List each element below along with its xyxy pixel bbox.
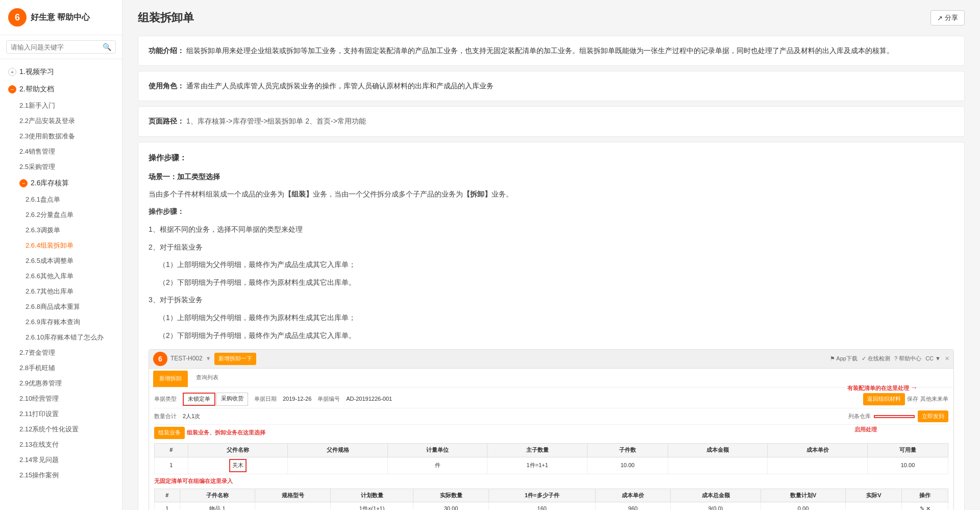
ss-col-cost: 成本金额 xyxy=(668,444,768,457)
table-row: 1 物品 1 1件×(1+1) 30.00 160 960 9(0,0) 0.0… xyxy=(155,502,948,510)
ss-type-tab1[interactable]: 未锁定单 xyxy=(183,393,215,406)
step3: 3、对于拆装业务 xyxy=(149,293,954,307)
ss-no-label: 单据编号 xyxy=(317,394,340,404)
sidebar-item-stockcheck[interactable]: 2.6.9库存账本查询 xyxy=(0,314,122,330)
sidebar-item-mobile[interactable]: 2.8手机旺辅 xyxy=(0,360,122,376)
role-card: 使用角色： 通常由生产人员或库管人员完成拆装业务的操作，库管人员确认原材料的出库… xyxy=(138,71,965,101)
sidebar-item-assembly[interactable]: 2.6.4组装拆卸单 xyxy=(0,238,122,253)
ss-help-label: ? 帮助中心 xyxy=(894,354,921,364)
search-box[interactable]: 🔍 xyxy=(6,40,116,54)
ss-date-label: 单据日期 xyxy=(254,394,277,404)
operations-card: 操作步骤： 场景一：加工类型选择 当由多个子件材料组装成一个成品的业务为【组装】… xyxy=(138,142,965,510)
arrow-right: → xyxy=(911,383,918,392)
ss-lower-table: # 子件名称 规格型号 计划数量 实际数量 1件=多少子件 成本单价 成本总金额… xyxy=(154,489,948,510)
expand-icon-video: + xyxy=(8,68,16,76)
sidebar-item-stocktake[interactable]: 2.6.1盘点单 xyxy=(0,192,122,207)
ss-type-tab2[interactable]: 采购收货 xyxy=(216,393,248,406)
ss-qty-value: 2人1次 xyxy=(183,411,200,422)
step2: 2、对于组装业务 xyxy=(149,240,954,254)
ss-subtitle: ▼ xyxy=(206,354,211,364)
sidebar-item-partial[interactable]: 2.6.2分量盘点单 xyxy=(0,207,122,223)
ss-retbtn[interactable]: 返回组织材料 xyxy=(863,393,905,405)
ss-parent-name[interactable]: 关木 xyxy=(229,459,247,472)
sidebar-item-docs[interactable]: − 2.帮助文档 xyxy=(0,81,122,98)
sidebar-item-coupon[interactable]: 2.9优惠券管理 xyxy=(0,376,122,391)
sidebar-item-prepare[interactable]: 2.3使用前数据准备 xyxy=(0,129,122,144)
sidebar-item-payment[interactable]: 2.13在线支付 xyxy=(0,437,122,452)
sidebar-item-customize[interactable]: 2.12系统个性化设置 xyxy=(0,422,122,437)
sidebar-item-finance[interactable]: 2.7资金管理 xyxy=(0,345,122,360)
share-label: 分享 xyxy=(945,13,958,22)
step2-sub2: （2）下部明细为子件明细，最终作为原材料生成其它出库单。 xyxy=(159,276,954,289)
ss-warehouse-label: 列条仓库 xyxy=(848,411,871,422)
ss-type-orange[interactable]: 组装业务 xyxy=(154,427,185,439)
ss-tab-inactive[interactable]: 查询列表 xyxy=(190,370,225,386)
ss-no-value: AD-20191226-001 xyxy=(346,394,392,404)
ss-close-icon[interactable]: ✕ xyxy=(945,354,949,364)
ss-newbtn[interactable]: 新增拆卸一下 xyxy=(214,353,256,365)
sidebar-label-docs: 2.帮助文档 xyxy=(19,85,54,94)
sidebar-item-purchase[interactable]: 2.5采购管理 xyxy=(0,159,122,175)
step3-sub1: （1）上部明细为父件明细，最终作为原材料生成其它出库单； xyxy=(159,311,954,325)
annotation-1: 有装配清单的在这里处理 → xyxy=(847,381,918,394)
sidebar-item-warehouse[interactable]: − 2.6库存核算 xyxy=(0,175,122,192)
logo-area: 6 好生意 帮助中心 xyxy=(0,0,122,35)
sidebar-item-sales[interactable]: 2.4销售管理 xyxy=(0,144,122,159)
sidebar-item-print[interactable]: 2.11打印设置 xyxy=(0,406,122,422)
ss-col-num: # xyxy=(155,444,188,457)
sidebar-item-faq[interactable]: 2.14常见问题 xyxy=(0,452,122,468)
ss-morebtn[interactable]: 其他来来单 xyxy=(920,394,948,404)
sidebar-sub-warehouse: 2.6.1盘点单 2.6.2分量盘点单 2.6.3调拨单 2.6.4组装拆卸单 … xyxy=(0,192,122,345)
sidebar: 6 好生意 帮助中心 🔍 + 1.视频学习 − 2.帮助文档 2.1新手入门 2… xyxy=(0,0,122,510)
sidebar-item-stockerr[interactable]: 2.6.10库存账本错了怎么办 xyxy=(0,330,122,345)
ss-warehouse-input[interactable] xyxy=(874,415,915,418)
step2-sub1: （1）上部明细为父件明细，最终作为产成品生成其它入库单； xyxy=(159,258,954,272)
step-list: 1、根据不同的业务，选择不同单据的类型来处理 2、对于组装业务 （1）上部明细为… xyxy=(149,223,954,342)
ss-form-area: 单据类型 未锁定单 采购收货 单据日期 2019-12-26 单据编号 AD-2… xyxy=(149,387,953,510)
ss-col-unit: 计量单位 xyxy=(387,444,487,457)
role-label: 使用角色： xyxy=(149,82,184,90)
ss-col-qty: 主子数量 xyxy=(487,444,587,457)
sidebar-item-cases[interactable]: 2.15操作案例 xyxy=(0,468,122,483)
page-title: 组装拆卸单 xyxy=(138,10,194,26)
sidebar-item-video[interactable]: + 1.视频学习 xyxy=(0,63,122,81)
ss-app-label: ⚑ App下载 xyxy=(830,354,857,364)
annotation-4: 无固定清单可在组编在这里录入 xyxy=(154,476,948,487)
sidebar-item-adjust[interactable]: 2.6.3调拨单 xyxy=(0,223,122,238)
table-row: 1 关木 件 1件=1+1 10.00 10.00 xyxy=(155,457,948,474)
main-content: 组装拆卸单 ↗ 分享 功能介绍： 组装拆卸单用来处理企业组装或拆卸等加工业务，支… xyxy=(122,0,980,510)
sidebar-item-install[interactable]: 2.2产品安装及登录 xyxy=(0,113,122,129)
search-input[interactable] xyxy=(11,43,103,51)
sidebar-item-inother[interactable]: 2.6.6其他入库单 xyxy=(0,269,122,284)
ss-type-label: 单据类型 xyxy=(154,394,177,404)
ss-title: TEST-H002 xyxy=(170,353,203,365)
share-icon: ↗ xyxy=(937,14,943,22)
ss-type-tabs: 未锁定单 采购收货 xyxy=(183,393,248,406)
role-text: 通常由生产人员或库管人员完成拆装业务的操作，库管人员确认原材料的出库和产成品的入… xyxy=(186,82,494,90)
share-button[interactable]: ↗ 分享 xyxy=(930,10,965,26)
sidebar-label-video: 1.视频学习 xyxy=(19,67,54,77)
nav-list: + 1.视频学习 − 2.帮助文档 2.1新手入门 2.2产品安装及登录 2.3… xyxy=(0,59,122,510)
breadcrumb-text: 1、库存核算->库存管理->组装拆卸单 2、首页->常用功能 xyxy=(186,117,366,125)
breadcrumb-label: 页面路径： xyxy=(149,117,184,125)
ss-user-label: CC ▼ xyxy=(925,354,941,364)
sidebar-item-cost[interactable]: 2.6.5成本调整单 xyxy=(0,253,122,269)
function-intro-text: 组装拆卸单用来处理企业组装或拆卸等加工业务，支持有固定装配清单的产品加工业务，也… xyxy=(186,46,894,55)
scene-desc1: 当由多个子件材料组装成一个成品的业务为【组装】业务，当由一个父件拆分成多个子产品… xyxy=(149,187,954,201)
sidebar-item-costcalc[interactable]: 2.6.8商品成本重算 xyxy=(0,299,122,314)
breadcrumb-card: 页面路径： 1、库存核算->库存管理->组装拆卸单 2、首页->常用功能 xyxy=(138,106,965,136)
ss-savebtn[interactable]: 保存 xyxy=(907,394,918,404)
ss-col-spec: 父件规格 xyxy=(288,444,388,457)
function-intro-label: 功能介绍： xyxy=(149,46,184,55)
screenshot-container: 6 TEST-H002 ▼ 新增拆卸一下 ⚑ App下载 ✓ 在线检测 ? 帮助… xyxy=(149,349,954,510)
ss-col-unit-cost: 成本单价 xyxy=(768,444,868,457)
expand-icon-docs: − xyxy=(8,85,16,93)
ss-tab-active[interactable]: 新增拆卸 xyxy=(153,371,188,387)
logo-title: 好生意 帮助中心 xyxy=(31,12,90,23)
sidebar-item-newbie[interactable]: 2.1新手入门 xyxy=(0,98,122,113)
sidebar-item-operation[interactable]: 2.10经营管理 xyxy=(0,391,122,406)
search-area: 🔍 xyxy=(0,35,122,59)
ss-confirm-btn[interactable]: 立即发到 xyxy=(918,410,948,423)
sidebar-item-outother[interactable]: 2.6.7其他出库单 xyxy=(0,284,122,299)
logo-icon: 6 xyxy=(8,8,27,27)
